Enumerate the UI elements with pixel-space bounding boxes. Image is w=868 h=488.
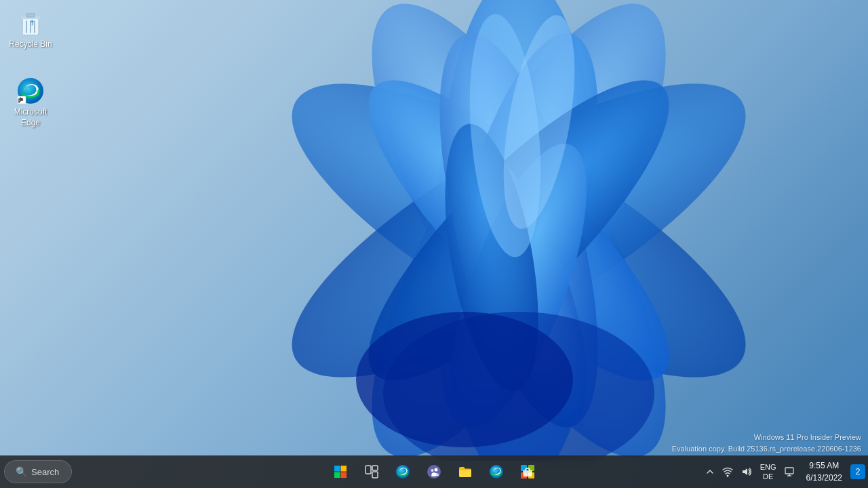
svg-rect-30 bbox=[372, 466, 378, 470]
svg-point-41 bbox=[726, 475, 728, 477]
svg-point-4 bbox=[255, 31, 783, 430]
svg-point-8 bbox=[332, 43, 706, 418]
watermark-line2: Evaluation copy. Build 25136.rs_prerelea… bbox=[672, 443, 861, 455]
windows-logo-icon bbox=[334, 465, 347, 479]
svg-rect-26 bbox=[341, 466, 347, 472]
clock[interactable]: 9:55 AM 6/13/2022 bbox=[798, 455, 850, 488]
store-icon bbox=[520, 464, 535, 479]
svg-point-12 bbox=[383, 312, 654, 461]
recycle-bin-image bbox=[17, 9, 44, 37]
svg-point-35 bbox=[431, 469, 434, 472]
svg-point-13 bbox=[356, 312, 573, 447]
folder-icon bbox=[458, 464, 473, 479]
svg-point-0 bbox=[255, 31, 783, 430]
system-tray: ENG DE 9:55 AM 6/13/2022 2 bbox=[702, 455, 868, 488]
svg-point-11 bbox=[428, 117, 555, 399]
taskbar-center-icons bbox=[326, 457, 542, 487]
teams-icon bbox=[427, 464, 441, 479]
speaker-icon bbox=[741, 466, 752, 477]
start-button[interactable] bbox=[326, 457, 355, 487]
volume-icon[interactable] bbox=[737, 455, 756, 488]
edge2-taskbar-icon[interactable] bbox=[481, 457, 511, 487]
edge2-taskbar-svg bbox=[489, 464, 504, 479]
search-label: Search bbox=[31, 467, 59, 477]
chevron-up-icon bbox=[706, 468, 714, 476]
monitor-icon bbox=[785, 467, 794, 476]
taskbar: 🔍 Search bbox=[0, 455, 868, 488]
svg-rect-27 bbox=[334, 472, 340, 479]
store-taskbar-icon[interactable] bbox=[513, 457, 542, 487]
svg-point-7 bbox=[407, 18, 630, 443]
teams-taskbar-icon[interactable] bbox=[419, 457, 449, 487]
svg-point-6 bbox=[407, 18, 630, 443]
svg-point-3 bbox=[319, 0, 718, 461]
show-hidden-icons-button[interactable] bbox=[702, 455, 718, 488]
svg-point-5 bbox=[332, 43, 706, 418]
language-code: ENG bbox=[760, 462, 776, 472]
svg-point-14 bbox=[461, 11, 550, 260]
network-wifi-icon bbox=[722, 466, 733, 477]
network-icon[interactable] bbox=[718, 455, 737, 488]
desktop-wallpaper bbox=[102, 0, 868, 461]
edge-image bbox=[17, 77, 44, 104]
svg-point-34 bbox=[435, 468, 438, 472]
desktop: Recycle Bin bbox=[0, 0, 868, 488]
notification-button[interactable]: 2 bbox=[850, 464, 865, 479]
display-icon[interactable] bbox=[781, 455, 798, 488]
svg-point-15 bbox=[490, 10, 588, 235]
watermark: Windows 11 Pro Insider Preview Evaluatio… bbox=[672, 432, 861, 454]
recycle-bin-icon[interactable]: Recycle Bin bbox=[3, 7, 58, 53]
svg-point-1 bbox=[319, 0, 718, 461]
edge-desktop-icon[interactable]: Microsoft Edge bbox=[3, 75, 58, 131]
file-explorer-icon[interactable] bbox=[450, 457, 480, 487]
svg-rect-25 bbox=[334, 466, 340, 472]
edge-desktop-label: Microsoft Edge bbox=[6, 107, 55, 128]
search-icon: 🔍 bbox=[16, 466, 27, 477]
svg-rect-42 bbox=[785, 468, 793, 474]
taskview-icon bbox=[365, 465, 378, 479]
language-region: DE bbox=[763, 472, 773, 481]
taskview-button[interactable] bbox=[357, 457, 387, 487]
language-indicator[interactable]: ENG DE bbox=[756, 455, 781, 488]
recycle-bin-label: Recycle Bin bbox=[9, 39, 52, 50]
notification-count: 2 bbox=[856, 467, 861, 476]
clock-time: 9:55 AM bbox=[809, 460, 839, 472]
search-button[interactable]: 🔍 Search bbox=[4, 460, 72, 483]
svg-rect-29 bbox=[366, 466, 371, 474]
watermark-line1: Windows 11 Pro Insider Preview bbox=[672, 432, 861, 443]
edge-taskbar-icon[interactable] bbox=[388, 457, 418, 487]
clock-date: 6/13/2022 bbox=[806, 472, 842, 484]
svg-point-2 bbox=[437, 0, 600, 461]
svg-rect-28 bbox=[341, 472, 347, 479]
svg-point-9 bbox=[423, 128, 614, 441]
edge-taskbar-svg bbox=[395, 464, 410, 479]
svg-rect-31 bbox=[372, 472, 378, 478]
svg-rect-18 bbox=[26, 14, 35, 17]
svg-point-10 bbox=[423, 128, 614, 441]
